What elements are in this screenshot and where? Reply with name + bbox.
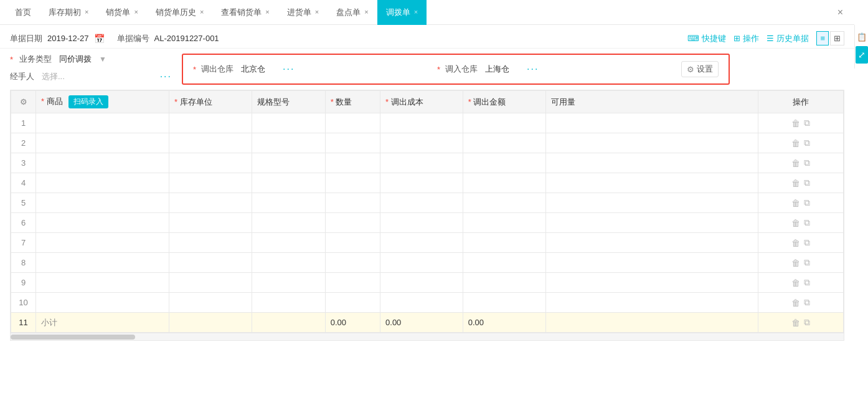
row-available-8[interactable]	[545, 253, 758, 273]
row-unit-10[interactable]	[169, 293, 252, 313]
tab-sales-history[interactable]: 销货单历史 ×	[147, 0, 212, 25]
row-product-2[interactable]	[36, 133, 169, 153]
row-unit-8[interactable]	[169, 253, 252, 273]
delete-icon-4[interactable]: 🗑	[791, 178, 800, 188]
delete-icon[interactable]: 🗑	[791, 318, 800, 328]
delete-icon-8[interactable]: 🗑	[791, 258, 800, 268]
row-unit-6[interactable]	[169, 213, 252, 233]
sidebar-expand-icon[interactable]: ⤢	[856, 46, 868, 64]
row-qty-5[interactable]	[325, 193, 380, 213]
row-cost-3[interactable]	[380, 153, 463, 173]
tab-stocktake[interactable]: 盘点单 ×	[328, 0, 377, 25]
tab-sales-order[interactable]: 销货单 ×	[97, 0, 146, 25]
shortcut-action[interactable]: ⌨ 快捷键	[687, 33, 726, 44]
scrollbar-thumb[interactable]	[11, 335, 135, 340]
row-amount-10[interactable]	[463, 293, 545, 313]
warehouse-out-more-button[interactable]: ···	[283, 64, 295, 75]
row-available-6[interactable]	[545, 213, 758, 233]
row-amount-8[interactable]	[463, 253, 545, 273]
copy-icon-2[interactable]: ⧉	[804, 138, 810, 148]
row-cost-6[interactable]	[380, 213, 463, 233]
row-product-9[interactable]	[36, 273, 169, 293]
row-product-10[interactable]	[36, 293, 169, 313]
row-amount-2[interactable]	[463, 133, 545, 153]
tab-transfer-close[interactable]: ×	[414, 9, 418, 16]
sidebar-doc-icon[interactable]: 📋	[856, 30, 867, 44]
row-qty-4[interactable]	[325, 173, 380, 193]
calendar-icon[interactable]: 📅	[94, 34, 105, 44]
tab-view-sales[interactable]: 查看销货单 ×	[212, 0, 278, 25]
copy-icon-1[interactable]: ⧉	[804, 118, 810, 128]
row-qty-10[interactable]	[325, 293, 380, 313]
copy-icon-5[interactable]: ⧉	[804, 198, 810, 208]
row-product-5[interactable]	[36, 193, 169, 213]
row-available-5[interactable]	[545, 193, 758, 213]
delete-icon-2[interactable]: 🗑	[791, 138, 800, 148]
tab-inventory-close[interactable]: ×	[85, 9, 88, 16]
row-product-6[interactable]	[36, 213, 169, 233]
row-cost-7[interactable]	[380, 233, 463, 253]
delete-icon-7[interactable]: 🗑	[791, 238, 800, 248]
warehouse-in-more-button[interactable]: ···	[527, 64, 539, 75]
delete-icon-9[interactable]: 🗑	[791, 278, 800, 288]
row-qty-2[interactable]	[325, 133, 380, 153]
row-qty-3[interactable]	[325, 153, 380, 173]
row-spec-10[interactable]	[252, 293, 325, 313]
row-available-10[interactable]	[545, 293, 758, 313]
row-cost-5[interactable]	[380, 193, 463, 213]
row-spec-9[interactable]	[252, 273, 325, 293]
list-view-button[interactable]: ≡	[816, 31, 829, 45]
row-unit-3[interactable]	[169, 153, 252, 173]
col-gear[interactable]: ⚙	[11, 91, 36, 113]
row-cost-1[interactable]	[380, 113, 463, 133]
row-product-3[interactable]	[36, 153, 169, 173]
tab-sales-history-close[interactable]: ×	[200, 9, 204, 16]
row-cost-9[interactable]	[380, 273, 463, 293]
settings-button[interactable]: ⚙ 设置	[681, 61, 719, 77]
delete-icon-3[interactable]: 🗑	[791, 158, 800, 168]
window-close-button[interactable]: ×	[833, 7, 848, 18]
delete-icon-1[interactable]: 🗑	[791, 118, 800, 128]
row-amount-9[interactable]	[463, 273, 545, 293]
delete-icon-5[interactable]: 🗑	[791, 198, 800, 208]
row-available-9[interactable]	[545, 273, 758, 293]
row-qty-8[interactable]	[325, 253, 380, 273]
copy-icon-7[interactable]: ⧉	[804, 237, 810, 248]
person-more-button[interactable]: ···	[160, 71, 172, 82]
delete-icon-6[interactable]: 🗑	[791, 218, 800, 228]
delete-icon-10[interactable]: 🗑	[791, 298, 800, 308]
row-amount-1[interactable]	[463, 113, 545, 133]
copy-icon-8[interactable]: ⧉	[804, 257, 810, 268]
copy-icon[interactable]: ⧉	[804, 317, 810, 328]
row-cost-10[interactable]	[380, 293, 463, 313]
row-product-4[interactable]	[36, 173, 169, 193]
row-unit-4[interactable]	[169, 173, 252, 193]
tab-purchase[interactable]: 进货单 ×	[278, 0, 328, 25]
row-product-1[interactable]	[36, 113, 169, 133]
row-product-7[interactable]	[36, 233, 169, 253]
copy-icon-10[interactable]: ⧉	[804, 297, 810, 308]
row-qty-6[interactable]	[325, 213, 380, 233]
row-spec-5[interactable]	[252, 193, 325, 213]
tab-view-sales-close[interactable]: ×	[265, 9, 269, 16]
tab-purchase-close[interactable]: ×	[315, 9, 319, 16]
business-type-dropdown[interactable]: ▼	[99, 55, 106, 64]
row-unit-9[interactable]	[169, 273, 252, 293]
row-amount-4[interactable]	[463, 173, 545, 193]
row-cost-2[interactable]	[380, 133, 463, 153]
row-spec-1[interactable]	[252, 113, 325, 133]
row-qty-9[interactable]	[325, 273, 380, 293]
copy-icon-4[interactable]: ⧉	[804, 178, 810, 188]
copy-icon-9[interactable]: ⧉	[804, 277, 810, 288]
scan-button[interactable]: 扫码录入	[68, 95, 108, 108]
row-available-3[interactable]	[545, 153, 758, 173]
row-product-8[interactable]	[36, 253, 169, 273]
row-available-7[interactable]	[545, 233, 758, 253]
grid-view-button[interactable]: ⊞	[830, 31, 844, 45]
row-unit-2[interactable]	[169, 133, 252, 153]
tab-inventory-init[interactable]: 库存期初 ×	[40, 0, 97, 25]
copy-icon-6[interactable]: ⧉	[804, 217, 810, 228]
row-unit-5[interactable]	[169, 193, 252, 213]
row-cost-4[interactable]	[380, 173, 463, 193]
row-spec-8[interactable]	[252, 253, 325, 273]
